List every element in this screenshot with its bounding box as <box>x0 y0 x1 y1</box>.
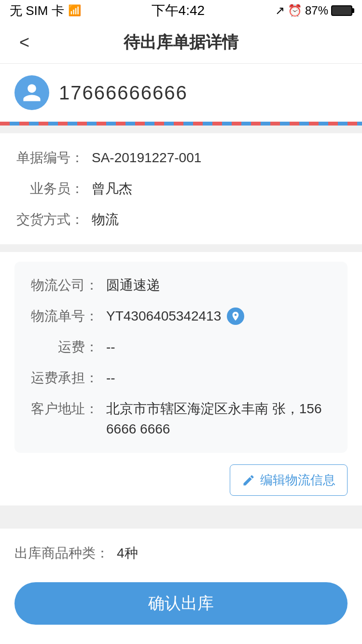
wifi-icon: 📶 <box>68 4 81 17</box>
address-label: 客户地址： <box>29 399 106 419</box>
user-icon <box>21 82 42 103</box>
status-time: 下午4:42 <box>152 1 205 20</box>
freight-bearer-row: 运费承担： -- <box>29 368 333 388</box>
battery-icon <box>331 5 352 16</box>
tracking-label: 物流单号： <box>29 306 106 326</box>
edit-logistics-row: 编辑物流信息 <box>14 453 348 505</box>
tracking-row: 物流单号： YT4306405342413 <box>29 306 333 326</box>
address-value: 北京市市辖区海淀区永丰南 张，156 6666 6666 <box>106 399 333 439</box>
delivery-label: 交货方式： <box>14 210 92 230</box>
avatar <box>14 75 49 110</box>
order-no-row: 单据编号： SA-20191227-001 <box>14 148 348 168</box>
section-separator <box>0 513 362 521</box>
freight-bearer-label: 运费承担： <box>29 368 106 388</box>
status-bar: 无 SIM 卡 📶 下午4:42 ↗ ⏰ 87% <box>0 0 362 21</box>
logistics-section: 物流公司： 圆通速递 物流单号： YT4306405342413 运费： -- <box>0 252 362 505</box>
nav-bar: < 待出库单据详情 <box>0 21 362 64</box>
status-right: ↗ ⏰ 87% <box>275 4 352 17</box>
confirm-button[interactable]: 确认出库 <box>14 582 348 625</box>
back-button[interactable]: < <box>14 28 34 57</box>
goods-types-label: 出库商品种类： <box>14 543 117 563</box>
freight-row: 运费： -- <box>29 337 333 357</box>
dashed-divider <box>0 122 362 126</box>
freight-label: 运费： <box>29 337 106 357</box>
status-carrier: 无 SIM 卡 📶 <box>10 2 81 19</box>
salesman-value: 曾凡杰 <box>92 179 348 199</box>
company-label: 物流公司： <box>29 275 106 295</box>
user-header: 17666666666 <box>0 64 362 122</box>
goods-types-value: 4种 <box>117 543 348 563</box>
freight-value: -- <box>106 337 333 357</box>
track-location-button[interactable] <box>227 308 244 325</box>
delivery-row: 交货方式： 物流 <box>14 210 348 230</box>
edit-icon <box>242 474 255 487</box>
logistics-card: 物流公司： 圆通速递 物流单号： YT4306405342413 运费： -- <box>14 262 348 453</box>
order-no-label: 单据编号： <box>14 148 92 168</box>
bottom-bar: 确认出库 <box>0 573 362 644</box>
company-value: 圆通速递 <box>106 275 333 295</box>
edit-logistics-button[interactable]: 编辑物流信息 <box>230 464 348 496</box>
address-row: 客户地址： 北京市市辖区海淀区永丰南 张，156 6666 6666 <box>29 399 333 439</box>
location-status-icon: ↗ <box>275 4 285 17</box>
freight-bearer-value: -- <box>106 368 333 388</box>
map-pin-icon <box>230 311 241 322</box>
order-info-section: 单据编号： SA-20191227-001 业务员： 曾凡杰 交货方式： 物流 <box>0 133 362 244</box>
company-row: 物流公司： 圆通速递 <box>29 275 333 295</box>
order-no-value: SA-20191227-001 <box>92 148 348 168</box>
salesman-label: 业务员： <box>14 179 92 199</box>
goods-types-row: 出库商品种类： 4种 <box>14 543 348 563</box>
delivery-value: 物流 <box>92 210 348 230</box>
salesman-row: 业务员： 曾凡杰 <box>14 179 348 199</box>
tracking-value: YT4306405342413 <box>106 306 333 326</box>
battery-percent: 87% <box>305 4 328 17</box>
page-title: 待出库单据详情 <box>124 31 238 54</box>
alarm-icon: ⏰ <box>288 4 302 17</box>
user-phone: 17666666666 <box>59 82 188 104</box>
